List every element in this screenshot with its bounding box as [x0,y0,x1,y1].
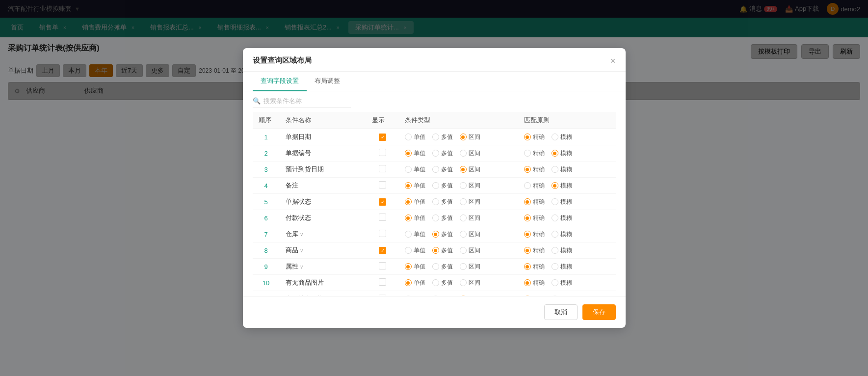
tab-layout[interactable]: 布局调整 [307,72,348,91]
modal-header: 设置查询区域布局 × [243,48,626,72]
search-row: 🔍 [243,91,626,106]
tab-query-fields[interactable]: 查询字段设置 [253,72,307,91]
search-icon: 🔍 [253,97,261,105]
settings-modal: 设置查询区域布局 × 查询字段设置 布局调整 🔍 顺序 条件名称 显示 [243,48,626,106]
search-input[interactable] [263,97,342,105]
search-box: 🔍 [253,97,351,106]
modal-overlay: 设置查询区域布局 × 查询字段设置 布局调整 🔍 顺序 条件名称 显示 [0,0,868,106]
modal-tabs: 查询字段设置 布局调整 [243,72,626,91]
modal-close-button[interactable]: × [610,56,616,65]
modal-title: 设置查询区域布局 [253,56,312,65]
